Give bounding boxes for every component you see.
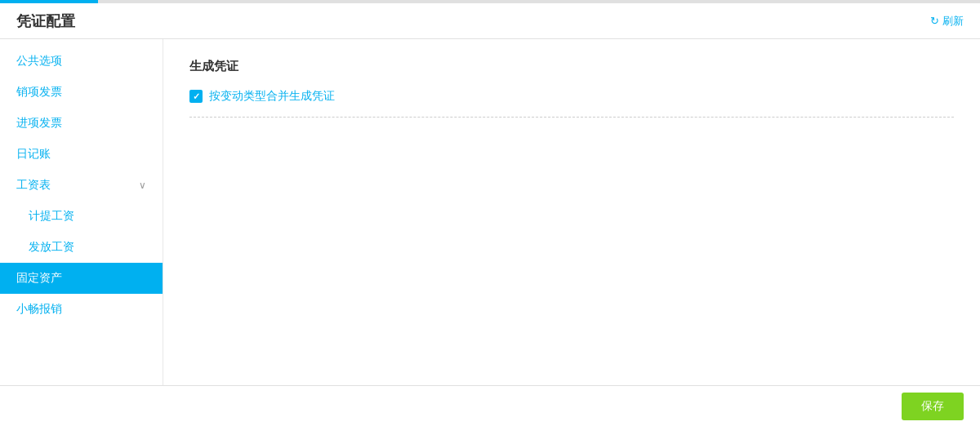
- merge-checkbox[interactable]: ✓: [189, 90, 203, 103]
- section-title: 生成凭证: [189, 59, 954, 74]
- sidebar-item-label: 销项发票: [16, 85, 62, 100]
- sidebar-item-purchase-invoice[interactable]: 进项发票: [0, 108, 163, 139]
- sidebar-item-label: 小畅报销: [16, 302, 62, 317]
- sidebar-item-label: 日记账: [16, 147, 51, 162]
- main-content: 生成凭证 ✓ 按变动类型合并生成凭证: [163, 39, 980, 385]
- sidebar-item-payroll[interactable]: 工资表 ∨: [0, 170, 163, 201]
- sidebar-item-public[interactable]: 公共选项: [0, 46, 163, 77]
- sidebar-item-journal[interactable]: 日记账: [0, 139, 163, 170]
- sidebar-item-salary-pay[interactable]: 发放工资: [0, 232, 163, 263]
- sidebar-item-label: 计提工资: [29, 209, 74, 222]
- sidebar-item-sales-invoice[interactable]: 销项发票: [0, 77, 163, 108]
- merge-checkbox-label: 按变动类型合并生成凭证: [209, 89, 335, 104]
- chevron-down-icon: ∨: [139, 180, 146, 191]
- checkmark-icon: ✓: [193, 92, 200, 101]
- sidebar-item-expense[interactable]: 小畅报销: [0, 294, 163, 325]
- footer: 保存: [0, 385, 980, 426]
- sidebar-item-label: 公共选项: [16, 54, 62, 69]
- sidebar-item-salary-accrual[interactable]: 计提工资: [0, 201, 163, 232]
- sidebar-item-label: 进项发票: [16, 116, 62, 131]
- refresh-label: 刷新: [942, 14, 964, 29]
- sidebar-item-label: 工资表: [16, 178, 51, 193]
- sidebar: 公共选项 销项发票 进项发票 日记账 工资表 ∨ 计提工资 发放工资 固定资: [0, 39, 163, 385]
- header: 凭证配置 ↻ 刷新: [0, 3, 980, 39]
- top-nav-active: [0, 0, 98, 3]
- sidebar-item-fixed-assets[interactable]: 固定资产: [0, 263, 163, 294]
- refresh-icon: ↻: [930, 15, 939, 27]
- save-button[interactable]: 保存: [902, 393, 964, 420]
- page-title: 凭证配置: [16, 11, 75, 31]
- top-nav: [0, 0, 980, 3]
- sidebar-item-label: 发放工资: [29, 240, 74, 253]
- section-divider: [189, 117, 954, 118]
- body: 公共选项 销项发票 进项发票 日记账 工资表 ∨ 计提工资 发放工资 固定资: [0, 39, 980, 385]
- refresh-button[interactable]: ↻ 刷新: [930, 14, 964, 29]
- merge-checkbox-row[interactable]: ✓ 按变动类型合并生成凭证: [189, 89, 954, 104]
- sidebar-item-label: 固定资产: [16, 271, 62, 286]
